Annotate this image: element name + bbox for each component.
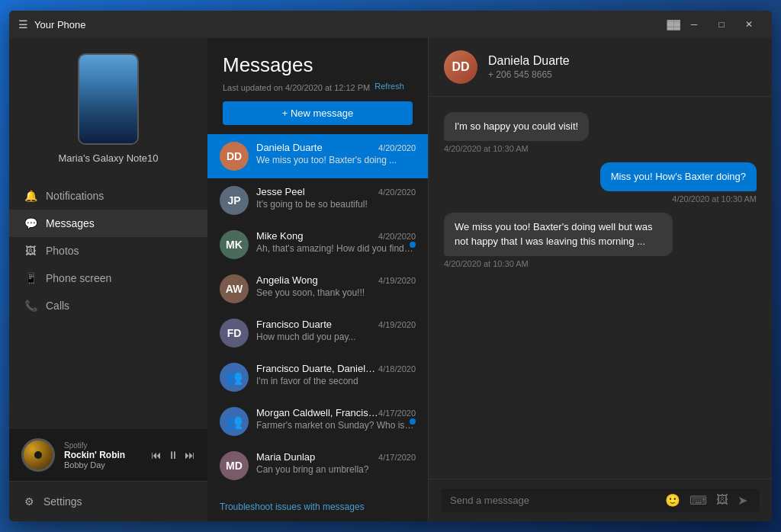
minimize-button[interactable]: ─ [680, 14, 708, 35]
message-list-item[interactable]: MKMike Kong4/20/2020Ah, that's amazing! … [207, 223, 428, 267]
sidebar-item-notifications[interactable]: 🔔 Notifications [9, 182, 207, 210]
message-sender-name: Francisco Duarte [256, 319, 332, 330]
music-source: Spotify [64, 441, 142, 450]
maximize-button[interactable]: □ [708, 14, 735, 35]
message-list-item[interactable]: JPJesse Peel4/20/2020It's going to be so… [207, 178, 428, 223]
sidebar-item-label: Photos [46, 245, 79, 257]
messages-icon: 💬 [24, 217, 37, 229]
settings-item[interactable]: ⚙ Settings [24, 491, 192, 512]
message-list-item[interactable]: 👥Francisco Duarte, Daniela ...4/18/2020I… [207, 355, 428, 399]
message-date: 4/17/2020 [378, 453, 416, 462]
last-updated: Last updated on 4/20/2020 at 12:12 PM [223, 83, 370, 92]
music-artist: Bobby Day [64, 460, 142, 470]
chat-messages: I'm so happy you could visit!4/20/2020 a… [429, 97, 772, 479]
message-preview: Ah, that's amazing! How did you find him… [256, 243, 416, 254]
pause-button[interactable]: ⏸ [168, 449, 178, 461]
message-sender-name: Jesse Peel [256, 186, 305, 197]
chat-input-area: 🙂 ⌨ 🖼 ➤ [429, 479, 772, 521]
message-list-item[interactable]: FDFrancisco Duarte4/19/2020How much did … [207, 311, 428, 355]
message-top: Mike Kong4/20/2020 [256, 230, 416, 242]
message-preview: It's going to be so beautiful! [256, 199, 416, 210]
sidebar-item-messages[interactable]: 💬 Messages [9, 210, 207, 237]
photos-icon: 🖼 [24, 245, 37, 257]
send-button[interactable]: ➤ [734, 493, 750, 508]
chat-input[interactable] [450, 495, 659, 506]
message-list-item[interactable]: JHJames Hadden4/17/2020Cool! Ms. Zenk or… [207, 488, 428, 492]
hamburger-icon[interactable]: ☰ [18, 18, 28, 30]
music-title: Rockin' Robin [64, 450, 142, 460]
chat-input-row: 🙂 ⌨ 🖼 ➤ [441, 489, 760, 512]
message-content: Jesse Peel4/20/2020It's going to be so b… [256, 186, 416, 210]
phone-screen-icon: 📱 [24, 272, 37, 284]
settings-icon: ⚙ [24, 495, 34, 508]
sidebar-item-photos[interactable]: 🖼 Photos [9, 237, 207, 264]
message-preview: See you soon, thank you!!! [256, 287, 416, 298]
message-content: Francisco Duarte, Daniela ...4/18/2020I'… [256, 363, 416, 386]
music-controls: ⏮ ⏸ ⏭ [151, 449, 195, 461]
app-body: Maria's Galaxy Note10 🔔 Notifications 💬 … [9, 38, 772, 521]
message-date: 4/19/2020 [378, 276, 416, 285]
calls-icon: 📞 [24, 300, 37, 312]
messages-title: Messages [223, 53, 413, 77]
message-date: 4/20/2020 [378, 232, 416, 241]
message-top: Jesse Peel4/20/2020 [256, 186, 416, 197]
emoji-icon[interactable]: 🙂 [665, 493, 680, 508]
phone-preview: Maria's Galaxy Note10 [9, 38, 207, 176]
message-top: Angelia Wong4/19/2020 [256, 274, 416, 286]
title-bar-left: ☰ Your Phone [18, 18, 622, 30]
message-list-item[interactable]: MDMaria Dunlap4/17/2020Can you bring an … [207, 444, 428, 488]
album-inner [34, 451, 42, 459]
new-message-button[interactable]: + New message [223, 101, 413, 125]
sidebar-item-label: Calls [46, 300, 69, 312]
message-content: Angelia Wong4/19/2020See you soon, thank… [256, 274, 416, 298]
prev-button[interactable]: ⏮ [151, 449, 162, 461]
message-sender-name: Mike Kong [256, 230, 303, 242]
message-list-item[interactable]: 👥Morgan Caldwell, Francisco ...4/17/2020… [207, 399, 428, 444]
message-top: Morgan Caldwell, Francisco ...4/17/2020 [256, 407, 416, 418]
attachment-icon[interactable]: 🖼 [716, 493, 728, 508]
message-list-item[interactable]: DDDaniela Duarte4/20/2020We miss you too… [207, 134, 428, 178]
message-avatar: DD [220, 142, 249, 171]
message-list-item[interactable]: AWAngelia Wong4/19/2020See you soon, tha… [207, 267, 428, 311]
message-sender-name: Maria Dunlap [256, 451, 315, 463]
message-date: 4/19/2020 [378, 320, 416, 329]
refresh-link[interactable]: Refresh [374, 82, 404, 91]
message-preview: How much did you pay... [256, 332, 416, 342]
bubble-timestamp: 4/20/2020 at 10:30 AM [672, 194, 757, 204]
message-avatar: JP [220, 186, 249, 215]
chat-contact-phone: + 206 545 8665 [488, 69, 570, 80]
message-content: Morgan Caldwell, Francisco ...4/17/2020F… [256, 407, 416, 431]
troubleshoot-link[interactable]: Troubleshoot issues with messages [207, 492, 428, 521]
sidebar-item-calls[interactable]: 📞 Calls [9, 292, 207, 319]
chat-bubble-wrapper: Miss you! How's Baxter doing?4/20/2020 a… [444, 162, 757, 204]
keyboard-icon[interactable]: ⌨ [689, 493, 707, 508]
phone-label: Maria's Galaxy Note10 [58, 152, 158, 164]
messages-header: Messages Last updated on 4/20/2020 at 12… [207, 38, 428, 101]
next-button[interactable]: ⏭ [185, 449, 195, 461]
message-date: 4/20/2020 [378, 143, 416, 152]
title-bar: ☰ Your Phone ▓▓ ─ □ ✕ [9, 11, 772, 38]
chat-avatar-img: DD [444, 50, 477, 84]
message-preview: We miss you too! Baxter's doing ... [256, 155, 416, 165]
message-preview: I'm in favor of the second [256, 376, 416, 386]
message-preview: Can you bring an umbrella? [256, 464, 416, 475]
sidebar-item-phone-screen[interactable]: 📱 Phone screen [9, 264, 207, 292]
unread-indicator [410, 242, 416, 248]
message-content: Francisco Duarte4/19/2020How much did yo… [256, 319, 416, 342]
sidebar: Maria's Galaxy Note10 🔔 Notifications 💬 … [9, 38, 207, 521]
message-sender-name: Daniela Duarte [256, 142, 323, 153]
app-title: Your Phone [34, 19, 85, 30]
message-avatar: 👥 [220, 363, 249, 392]
notifications-icon: 🔔 [24, 190, 37, 202]
bubble-timestamp: 4/20/2020 at 10:30 AM [444, 259, 529, 268]
message-top: Francisco Duarte, Daniela ...4/18/2020 [256, 363, 416, 374]
sidebar-nav: 🔔 Notifications 💬 Messages 🖼 Photos 📱 Ph… [9, 176, 207, 429]
message-top: Daniela Duarte4/20/2020 [256, 142, 416, 153]
message-content: Mike Kong4/20/2020Ah, that's amazing! Ho… [256, 230, 416, 254]
close-button[interactable]: ✕ [735, 14, 763, 35]
album-art [21, 438, 55, 472]
battery-icon: ▓▓ [667, 19, 681, 30]
message-avatar: FD [220, 319, 249, 348]
chat-header: DD Daniela Duarte + 206 545 8665 [429, 38, 772, 97]
message-content: Daniela Duarte4/20/2020We miss you too! … [256, 142, 416, 165]
